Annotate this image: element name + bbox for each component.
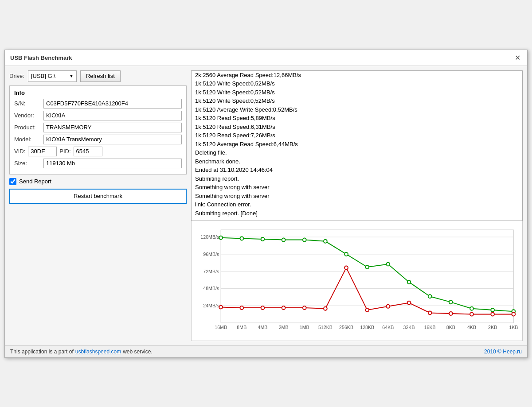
footer-copyright: 2010 © Heep.ru [484,349,522,355]
product-input[interactable] [43,123,182,132]
drive-label: Drive: [9,73,24,79]
svg-point-53 [470,312,473,316]
svg-text:96MB/s: 96MB/s [203,251,219,256]
svg-point-44 [282,306,286,310]
log-line: Submiting report. [195,174,519,183]
svg-point-50 [407,301,411,304]
log-line: 1k:5120 Read Speed:5,89MB/s [195,114,519,123]
svg-text:4MB: 4MB [258,324,268,329]
svg-text:72MB/s: 72MB/s [203,268,219,274]
svg-text:16KB: 16KB [424,324,436,329]
right-panel: 2k:2560 Read Speed:13,01MB/s2k:2560 Read… [191,70,523,341]
svg-point-54 [491,312,494,316]
svg-point-37 [449,300,453,304]
svg-point-26 [219,236,223,239]
svg-text:24MB/s: 24MB/s [203,303,219,308]
sn-input[interactable] [43,99,182,109]
svg-point-33 [365,265,369,269]
svg-text:16MB: 16MB [215,324,227,329]
svg-point-36 [428,295,432,298]
info-box: Info S/N: Vendor: Product: Model: [9,85,187,174]
log-line: 1k:5120 Read Speed:7,26MB/s [195,131,519,140]
size-input[interactable] [43,159,182,168]
svg-point-39 [491,308,494,311]
log-area[interactable]: 2k:2560 Read Speed:13,01MB/s2k:2560 Read… [191,70,523,221]
svg-text:256KB: 256KB [339,324,353,329]
svg-text:8KB: 8KB [446,324,455,329]
drive-row: Drive: [USB] G:\ ▼ Refresh list [9,70,187,82]
bottom-bar: This application is a part of usbflashsp… [5,345,527,357]
log-line: 2k:2560 Average Read Speed:12,66MB/s [195,71,519,80]
svg-point-45 [303,306,306,310]
svg-point-48 [365,308,369,311]
svg-point-55 [512,312,515,316]
model-input[interactable] [43,135,182,144]
footer-right-text: web service. [123,349,153,355]
footer-link[interactable]: usbflashspeed.com [75,349,121,355]
vid-label: VID: [14,148,25,155]
svg-point-52 [449,312,453,315]
svg-point-34 [387,262,390,266]
log-line: Submiting report. [Done] [195,209,519,218]
svg-point-51 [428,311,432,314]
vendor-label: Vendor: [14,112,41,119]
log-line: 1k:5120 Write Speed:0,52MB/s [195,88,519,97]
refresh-list-button[interactable]: Refresh list [80,70,121,82]
chart-area: 24MB/s48MB/s72MB/s96MB/s120MB/s16MB8MB4M… [191,221,523,341]
left-panel: Drive: [USB] G:\ ▼ Refresh list Info S/N… [9,70,187,341]
log-line: Something wrong with server [195,183,519,192]
svg-text:512KB: 512KB [318,324,332,329]
svg-text:8MB: 8MB [237,324,246,329]
log-line: Ended at 31.10.2020 14:46:04 [195,166,519,174]
vendor-row: Vendor: [14,111,182,120]
pid-input[interactable] [74,147,102,156]
close-button[interactable]: ✕ [513,53,522,62]
main-window: USB Flash Benchmark ✕ Drive: [USB] G:\ ▼… [4,50,528,358]
info-title: Info [14,89,182,96]
svg-point-41 [219,305,223,309]
log-line: link: Connection error. [195,200,519,209]
send-report-checkbox[interactable] [9,178,16,185]
footer-left: This application is a part of usbflashsp… [10,349,153,355]
log-line: Deleting file. [195,148,519,157]
chevron-down-icon: ▼ [69,74,74,78]
main-content: Drive: [USB] G:\ ▼ Refresh list Info S/N… [5,66,527,345]
svg-text:48MB/s: 48MB/s [203,286,219,291]
log-line: Something wrong with server [195,192,519,201]
title-bar: USB Flash Benchmark ✕ [5,50,527,66]
svg-text:120MB/s: 120MB/s [200,234,219,239]
svg-text:2KB: 2KB [488,324,497,329]
send-report-label: Send Report [19,178,51,185]
log-line: 1k:5120 Average Write Speed:0,52MB/s [195,105,519,114]
sn-row: S/N: [14,99,182,109]
model-row: Model: [14,135,182,144]
svg-text:2MB: 2MB [279,324,289,329]
svg-text:4KB: 4KB [467,324,476,329]
svg-text:1KB: 1KB [509,324,518,329]
log-line: 1k:5120 Read Speed:6,31MB/s [195,123,519,132]
svg-point-27 [240,236,243,240]
log-line: 1k:5120 Write Speed:0,52MB/s [195,97,519,105]
drive-select[interactable]: [USB] G:\ ▼ [28,70,77,82]
window-title: USB Flash Benchmark [10,54,72,61]
drive-select-value: [USB] G:\ [31,73,67,79]
svg-point-28 [261,237,265,241]
svg-text:32KB: 32KB [403,324,415,329]
size-row: Size: [14,159,182,168]
product-row: Product: [14,123,182,132]
send-report-row: Send Report [9,178,187,185]
svg-text:1MB: 1MB [300,324,309,329]
svg-text:128KB: 128KB [360,324,374,329]
svg-point-42 [240,306,243,310]
log-line: 1k:5120 Write Speed:0,52MB/s [195,79,519,88]
svg-point-35 [407,280,411,283]
size-label: Size: [14,160,41,167]
svg-point-29 [282,238,286,241]
model-label: Model: [14,136,41,143]
vid-input[interactable] [28,147,57,156]
product-label: Product: [14,124,41,131]
vendor-input[interactable] [43,111,182,120]
sn-label: S/N: [14,100,41,107]
restart-benchmark-button[interactable]: Restart benchmark [9,189,187,204]
svg-point-38 [470,306,473,310]
